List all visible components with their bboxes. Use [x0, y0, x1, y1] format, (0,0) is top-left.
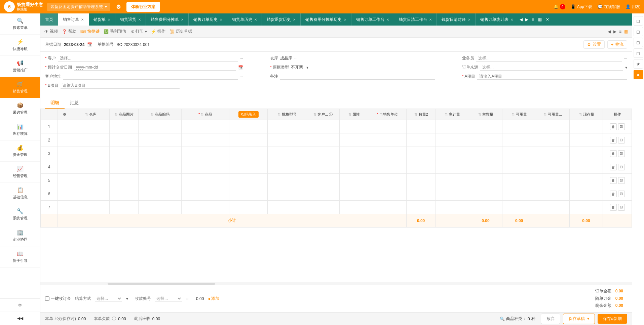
- tab-sales-return-close[interactable]: ✕: [108, 18, 110, 22]
- row-1-custcode[interactable]: [306, 120, 340, 133]
- quick-deposit-checkbox[interactable]: 一键收订金: [45, 296, 71, 301]
- sidebar-item-quicknav[interactable]: ⚡ 快捷导航: [0, 35, 40, 56]
- row-1-unit[interactable]: [368, 120, 407, 133]
- row-6-unit[interactable]: [368, 187, 407, 201]
- user-avatar[interactable]: 👤 用友: [626, 4, 640, 10]
- date-picker-icon[interactable]: 📅: [238, 65, 243, 70]
- row-6-mainqty[interactable]: [469, 187, 502, 201]
- row-4-qty2[interactable]: [407, 160, 435, 174]
- row-3-code[interactable]: [138, 147, 181, 160]
- sidebar-item-guide[interactable]: 📖 新手引导: [0, 246, 40, 268]
- row-7-custcode[interactable]: [306, 201, 340, 214]
- row-1-spec[interactable]: [268, 120, 306, 133]
- toolbar-nav-next[interactable]: ▶: [613, 29, 616, 34]
- row-4-copy-btn[interactable]: ⊡: [618, 164, 625, 170]
- tab-workbench[interactable]: 销售订单工作台 ✕: [351, 13, 394, 26]
- row-4-mainqty[interactable]: [469, 160, 502, 174]
- row-6-warehouse[interactable]: [71, 187, 110, 201]
- note-input[interactable]: [280, 73, 435, 80]
- sidebar-item-purchase[interactable]: 📦 采购管理: [0, 98, 40, 119]
- row-5-code[interactable]: [138, 174, 181, 187]
- row-1-product[interactable]: [181, 120, 229, 133]
- row-2-product[interactable]: [181, 133, 229, 147]
- customer-code-info-icon[interactable]: ⓘ: [329, 112, 333, 116]
- tab-return-history-close[interactable]: ✕: [254, 18, 257, 22]
- tab-cash-daily-close[interactable]: ✕: [429, 18, 432, 22]
- tab-card-view[interactable]: ▦: [536, 17, 544, 22]
- sidebar-item-corp[interactable]: 🏢 企业协同: [0, 225, 40, 246]
- toolbar-profit[interactable]: 💹 毛利预估: [104, 29, 126, 34]
- invoice-dropdown-icon[interactable]: ▾: [306, 65, 308, 70]
- row-2-spec[interactable]: [268, 133, 306, 147]
- row-4-custcode[interactable]: [306, 160, 340, 174]
- tab-list-view[interactable]: ≡: [530, 17, 536, 22]
- tab-return-goods-close[interactable]: ✕: [138, 18, 141, 22]
- row-2-warehouse[interactable]: [71, 133, 110, 147]
- row-3-qty2[interactable]: [407, 147, 435, 160]
- address-more-btn[interactable]: ···: [240, 74, 243, 79]
- system-selector[interactable]: 装备及固定资产辅助管理系统 ▾: [47, 3, 110, 11]
- sidebar-item-finance[interactable]: 💰 资金管理: [0, 140, 40, 162]
- toolbar-shortcut[interactable]: ⌨ 快捷键: [80, 29, 100, 34]
- rp-btn-1[interactable]: ◻: [634, 16, 643, 26]
- row-5-qty2[interactable]: [407, 174, 435, 187]
- row-4-code[interactable]: [138, 160, 181, 174]
- tab-return-goods-history[interactable]: 销货退货历史 ✕: [262, 13, 301, 26]
- row-1-qty2[interactable]: [407, 120, 435, 133]
- row-1-code[interactable]: [138, 120, 181, 133]
- row-2-copy-btn[interactable]: ⊡: [618, 137, 625, 144]
- app-download-link[interactable]: 📱 App下载: [571, 4, 592, 10]
- tab-sales-report-close[interactable]: ✕: [510, 18, 513, 22]
- tab-nav-right[interactable]: ▶: [524, 17, 530, 22]
- row-5-custcode[interactable]: [306, 174, 340, 187]
- detail-tab-detail[interactable]: 明细: [45, 98, 65, 109]
- tab-sales-order-close[interactable]: ✕: [81, 18, 84, 22]
- warehouse-more-btn[interactable]: ···: [294, 56, 298, 61]
- discard-btn[interactable]: 放弃: [541, 314, 560, 324]
- row-5-spec[interactable]: [268, 174, 306, 187]
- tab-workbench-close[interactable]: ✕: [386, 18, 389, 22]
- row-5-product[interactable]: [181, 174, 229, 187]
- toolbar-history[interactable]: 📜 历史单据: [169, 29, 192, 34]
- tab-nav-left[interactable]: ◀: [518, 17, 524, 22]
- row-7-warehouse[interactable]: [71, 201, 110, 214]
- toolbar-action[interactable]: ⚡ 操作: [151, 29, 165, 34]
- tab-home[interactable]: 首页: [40, 13, 58, 26]
- row-7-code[interactable]: [138, 201, 181, 214]
- staff-input[interactable]: [476, 55, 622, 62]
- th-config[interactable]: ⚙: [58, 109, 71, 120]
- row-3-unit[interactable]: [368, 147, 407, 160]
- row-3-copy-btn[interactable]: ⊡: [618, 150, 625, 157]
- row-6-copy-btn[interactable]: ⊡: [618, 191, 625, 197]
- row-3-warehouse[interactable]: [71, 147, 110, 160]
- rp-btn-2[interactable]: ◻: [634, 27, 643, 36]
- calendar-icon[interactable]: 📅: [87, 42, 92, 47]
- row-3-delete-btn[interactable]: 🗑: [610, 150, 617, 157]
- tab-fee-history[interactable]: 销售费用分摊单历史 ✕: [301, 13, 351, 26]
- row-7-product[interactable]: [181, 201, 229, 214]
- row-7-delete-btn[interactable]: 🗑: [610, 204, 617, 211]
- sidebar-item-search[interactable]: 🔍 搜索菜单: [0, 13, 40, 35]
- tab-sales-fee-close[interactable]: ✕: [181, 18, 184, 22]
- row-1-attr[interactable]: [339, 120, 368, 133]
- gear-icon[interactable]: ⚙: [114, 3, 122, 11]
- row-4-unit[interactable]: [368, 160, 407, 174]
- industry-btn[interactable]: 体验行业方案: [126, 2, 160, 12]
- a-project-input[interactable]: [477, 73, 627, 80]
- rp-btn-3[interactable]: ◻: [634, 38, 643, 47]
- row-2-delete-btn[interactable]: 🗑: [610, 137, 617, 144]
- tab-sales-order[interactable]: 销售订单 ✕: [58, 13, 89, 26]
- toolbar-list-view[interactable]: ≡: [619, 29, 621, 34]
- row-5-warehouse[interactable]: [71, 174, 110, 187]
- row-6-spec[interactable]: [268, 187, 306, 201]
- row-3-product[interactable]: [181, 147, 229, 160]
- save-draft-btn[interactable]: 保存草稿 ▾: [563, 314, 595, 324]
- account-more-btn[interactable]: ···: [186, 296, 189, 301]
- row-4-warehouse[interactable]: [71, 160, 110, 174]
- row-2-attr[interactable]: [339, 133, 368, 147]
- row-1-warehouse[interactable]: [71, 120, 110, 133]
- row-2-qty2[interactable]: [407, 133, 435, 147]
- row-6-qty2[interactable]: [407, 187, 435, 201]
- toolbar-view[interactable]: 👁 视频: [44, 29, 58, 34]
- row-3-custcode[interactable]: [306, 147, 340, 160]
